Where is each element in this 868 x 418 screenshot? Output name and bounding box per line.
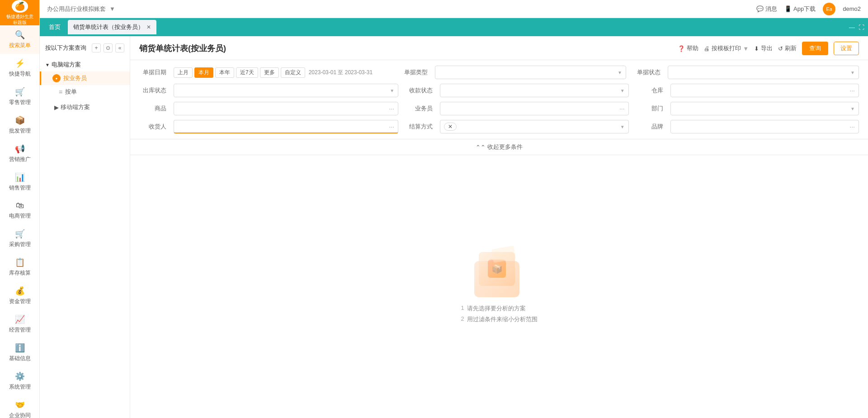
left-panel-add-btn[interactable]: + [92, 43, 101, 52]
tab-bar: 首页 销货单统计表（按业务员） ✕ — ⛶ [40, 18, 868, 36]
content-area: 按以下方案查询 + ⊙ « ▼ 电脑端方案 ● 按业务员 ≡ 按 [40, 36, 868, 418]
search-icon: 🔍 [15, 30, 25, 40]
left-panel-section-desktop: ▼ 电脑端方案 ● 按业务员 ≡ 按单 [40, 56, 130, 100]
outbound-input[interactable]: ▼ [174, 84, 398, 97]
left-panel-section-mobile[interactable]: ▶ 移动端方案 [40, 100, 130, 114]
page-title-row: 销货单统计表(按业务员) ❓ 帮助 🖨 按模板打印 ▼ ⬇ [139, 42, 859, 55]
settlement-input[interactable]: ✕ ▼ [440, 120, 628, 133]
salesperson-dots[interactable]: ··· [619, 105, 625, 112]
sidebar-item-system-label: 系统管理 [9, 383, 31, 391]
avatar[interactable]: Ea [823, 3, 835, 15]
section-mobile-arrow: ▶ [54, 104, 59, 111]
brand-dots[interactable]: ··· [849, 123, 855, 130]
consignee-dots[interactable]: ··· [389, 123, 395, 130]
sidebar-item-inventory[interactable]: 📋 库存核算 [0, 253, 40, 281]
tab-home[interactable]: 首页 [43, 20, 66, 34]
help-btn[interactable]: ❓ 帮助 [678, 44, 698, 52]
tab-maximize-icon[interactable]: ⛶ [859, 24, 864, 31]
warehouse-input[interactable]: ··· [670, 84, 859, 97]
sidebar: 🍊 畅捷通好生意 标题版 🔍 搜索菜单 ⚡ 快捷导航 🛒 零售管理 📦 批发管理… [0, 0, 40, 418]
salesperson-input[interactable]: ··· [440, 102, 628, 115]
left-panel-section-desktop-header[interactable]: ▼ 电脑端方案 [40, 58, 130, 71]
empty-hint-2: 2 用过滤条件来缩小分析范围 [461, 315, 537, 323]
avatar-initials: Ea [826, 6, 832, 12]
left-panel-settings-btn[interactable]: ⊙ [104, 43, 113, 52]
brand-input[interactable]: ··· [670, 120, 859, 133]
sidebar-item-retail[interactable]: 🛒 零售管理 [0, 82, 40, 111]
hint-1-num: 1 [461, 304, 464, 311]
inventory-icon: 📋 [15, 257, 25, 267]
date-btn-7days[interactable]: 近7天 [236, 67, 258, 78]
sidebar-item-purchase[interactable]: 🛒 采购管理 [0, 224, 40, 253]
settings-btn[interactable]: 设置 [834, 42, 859, 55]
tab-home-label: 首页 [49, 23, 61, 31]
sidebar-item-search[interactable]: 🔍 搜索菜单 [0, 25, 40, 54]
date-btn-more[interactable]: 更多 [260, 67, 279, 78]
goods-input[interactable]: ··· [174, 102, 398, 115]
app-download-btn[interactable]: 📱 App下载 [784, 5, 816, 13]
empty-state: 📦 1 请先选择要分析的方案 2 用过滤条件来缩小分析范围 [130, 155, 868, 418]
warehouse-dots[interactable]: ··· [849, 87, 855, 94]
bill-status-input[interactable]: ▼ [668, 66, 859, 79]
top-header: 办公用品行业模拟账套 ▼ 💬 消息 📱 App下载 Ea demo2 [40, 0, 868, 18]
refresh-btn[interactable]: ↺ 刷新 [778, 44, 797, 52]
bill-type-input[interactable]: ▼ [435, 66, 626, 79]
outbound-arrow: ▼ [390, 88, 394, 93]
filter-row-1: 单据日期 上月 本月 本年 近7天 更多 自定义 2023-03-01 至 20… [139, 66, 859, 79]
shortcut-icon: ⚡ [15, 58, 25, 68]
sidebar-item-shortcut-label: 快捷导航 [9, 70, 31, 78]
sidebar-item-basic[interactable]: ℹ️ 基础信息 [0, 338, 40, 367]
sidebar-item-enterprise[interactable]: 🤝 企业协同 [0, 395, 40, 418]
empty-hint-1: 1 请先选择要分析的方案 [461, 304, 537, 313]
payment-input[interactable]: ▼ [440, 84, 628, 97]
sidebar-item-shortcut[interactable]: ⚡ 快捷导航 [0, 54, 40, 82]
tab-sales-report[interactable]: 销货单统计表（按业务员） ✕ [68, 20, 156, 34]
export-btn[interactable]: ⬇ 导出 [754, 44, 773, 52]
left-panel-collapse-btn[interactable]: « [115, 43, 124, 52]
print-label: 按模板打印 [712, 44, 741, 52]
tab-close-icon[interactable]: ✕ [146, 24, 151, 30]
date-btn-last-month[interactable]: 上月 [174, 67, 193, 78]
tab-minimize-icon[interactable]: — [849, 24, 855, 31]
goods-dots[interactable]: ··· [389, 105, 395, 112]
sidebar-item-wholesale[interactable]: 📦 批发管理 [0, 111, 40, 139]
collapse-more-btn[interactable]: ⌃⌃ 收起更多条件 [476, 143, 523, 151]
message-btn[interactable]: 💬 消息 [756, 5, 777, 13]
date-btn-this-month[interactable]: 本月 [194, 67, 213, 78]
date-btn-this-year[interactable]: 本年 [215, 67, 234, 78]
left-panel-item-salesperson[interactable]: ● 按业务员 [40, 71, 130, 85]
filter-area: 单据日期 上月 本月 本年 近7天 更多 自定义 2023-03-01 至 20… [130, 60, 868, 139]
ecommerce-icon: 🛍 [16, 201, 24, 210]
breadcrumb-text: 办公用品行业模拟账套 [47, 5, 106, 13]
payment-arrow: ▼ [620, 88, 625, 93]
sidebar-item-sales-label: 销售管理 [9, 184, 31, 192]
sidebar-item-retail-label: 零售管理 [9, 99, 31, 106]
system-icon: ⚙️ [15, 371, 25, 381]
finance-icon: 💰 [15, 286, 25, 296]
sidebar-item-operation[interactable]: 📈 经营管理 [0, 310, 40, 338]
sidebar-item-marketing[interactable]: 📢 营销推广 [0, 139, 40, 168]
sidebar-item-sales[interactable]: 📊 销售管理 [0, 168, 40, 196]
query-btn[interactable]: 查询 [802, 42, 828, 55]
sidebar-item-inventory-label: 库存核算 [9, 269, 31, 277]
user-label[interactable]: demo2 [843, 5, 861, 12]
page-actions: ❓ 帮助 🖨 按模板打印 ▼ ⬇ 导出 ↺ [678, 42, 859, 55]
hint-1-text: 请先选择要分析的方案 [467, 304, 526, 313]
left-panel-item-bill[interactable]: ≡ 按单 [40, 85, 130, 99]
settlement-clear-tag: ✕ [444, 123, 457, 131]
date-btn-custom[interactable]: 自定义 [281, 67, 305, 78]
export-icon: ⬇ [754, 45, 759, 52]
print-btn[interactable]: 🖨 按模板打印 ▼ [704, 44, 749, 52]
bill-type-arrow: ▼ [618, 70, 622, 75]
sidebar-item-system[interactable]: ⚙️ 系统管理 [0, 367, 40, 395]
sidebar-logo[interactable]: 🍊 畅捷通好生意 标题版 [0, 0, 40, 25]
hint-2-num: 2 [461, 315, 464, 322]
consignee-input[interactable]: ··· [174, 120, 398, 133]
sidebar-item-ecommerce[interactable]: 🛍 电商管理 [0, 196, 40, 224]
settlement-tag-x[interactable]: ✕ [448, 124, 453, 130]
breadcrumb-dropdown-arrow[interactable]: ▼ [109, 5, 115, 12]
top-header-right: 💬 消息 📱 App下载 Ea demo2 [756, 3, 861, 15]
sidebar-item-finance[interactable]: 💰 资金管理 [0, 281, 40, 310]
department-input[interactable]: ▼ [670, 102, 859, 115]
tab-sales-report-label: 销货单统计表（按业务员） [73, 23, 144, 31]
